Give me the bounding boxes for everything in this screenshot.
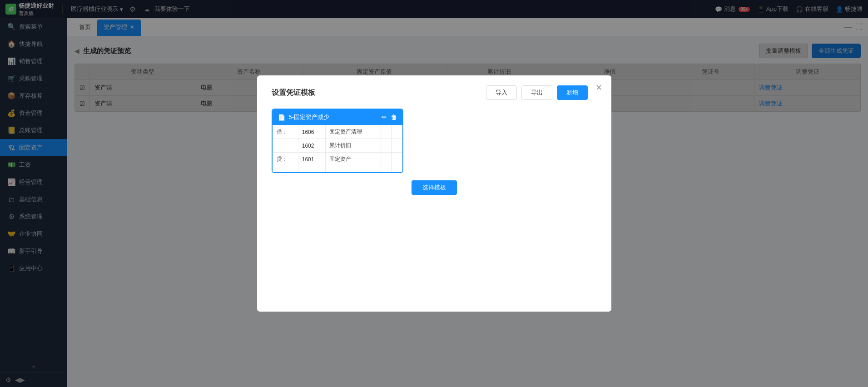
- template-entries-table: 借： 1606 固定资产清理 1602: [273, 125, 402, 172]
- content-area: 首页 资产管理 ✕ — ⛶ ◀ 生成的凭证预览: [67, 18, 868, 387]
- entry-account: 固定资产清理: [325, 125, 381, 139]
- entry-debit: [381, 125, 391, 139]
- template-card: 📄 5-固定资产减少 ✏ 🗑: [272, 109, 403, 173]
- empty-cell: [392, 166, 402, 172]
- empty-cell: [325, 166, 381, 172]
- template-edit-btn[interactable]: ✏: [382, 114, 387, 121]
- export-btn[interactable]: 导出: [521, 85, 552, 100]
- import-btn[interactable]: 导入: [486, 85, 517, 100]
- entry-code: 1602: [298, 139, 325, 153]
- entry-direction: [273, 139, 298, 153]
- modal-header-actions: 导入 导出 新增: [486, 85, 588, 100]
- template-card-header: 📄 5-固定资产减少 ✏ 🗑: [273, 109, 402, 125]
- entry-credit: [392, 139, 402, 153]
- entry-direction: 贷：: [273, 153, 298, 166]
- entry-debit: [381, 139, 391, 153]
- template-entry-row: 贷： 1601 固定资产: [273, 153, 402, 166]
- template-card-actions: ✏ 🗑: [382, 114, 397, 121]
- empty-cell: [273, 166, 298, 172]
- template-card-body: 借： 1606 固定资产清理 1602: [273, 125, 402, 172]
- entry-account: 固定资产: [325, 153, 381, 166]
- template-name: 5-固定资产减少: [289, 113, 330, 121]
- select-template-btn[interactable]: 选择模板: [412, 180, 457, 195]
- modal-dialog: 设置凭证模板 导入 导出 新增 ✕ 📄 5-固定: [257, 75, 611, 312]
- new-template-btn[interactable]: 新增: [557, 85, 588, 100]
- page-content: ◀ 生成的凭证预览 批量调整模板 全部生成凭证: [67, 36, 868, 387]
- template-delete-btn[interactable]: 🗑: [391, 114, 397, 121]
- entry-direction: 借：: [273, 125, 298, 139]
- entry-code: 1606: [298, 125, 325, 139]
- empty-cell: [381, 166, 391, 172]
- template-entry-row: 借： 1606 固定资产清理: [273, 125, 402, 139]
- entry-credit: [392, 125, 402, 139]
- modal-close-btn[interactable]: ✕: [595, 83, 602, 93]
- entry-account: 累计折旧: [325, 139, 381, 153]
- modal-overlay: 设置凭证模板 导入 导出 新增 ✕ 📄 5-固定: [67, 36, 868, 387]
- entry-debit: [381, 153, 391, 166]
- template-entry-row: 1602 累计折旧: [273, 139, 402, 153]
- app-container: 好 畅捷通好业财 普及版 医疗器械行业演示 ▾ ⚙ ☁ 我要体验一下 💬 消息 …: [0, 0, 868, 387]
- template-doc-icon: 📄: [278, 114, 285, 121]
- entry-credit: [392, 153, 402, 166]
- template-entry-row-empty: [273, 166, 402, 172]
- empty-cell: [298, 166, 325, 172]
- entry-code: 1601: [298, 153, 325, 166]
- main-area: 🔍 搜索菜单 🏠 快捷导航 📊 销售管理 🛒 采购管理 📦 库存核: [0, 18, 868, 387]
